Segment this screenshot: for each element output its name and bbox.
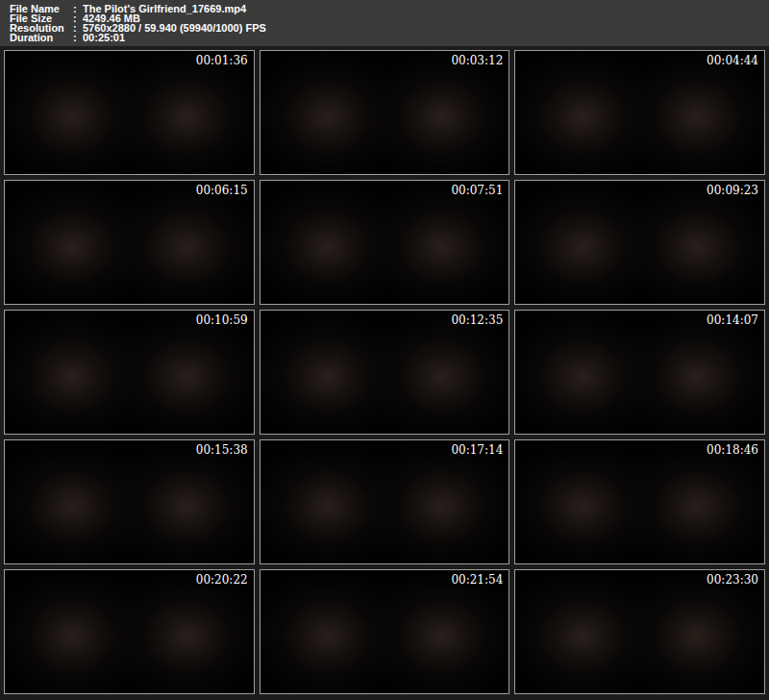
thumbnail-cell: 00:09:23 <box>514 180 765 305</box>
thumbnail-cell: 00:17:14 <box>260 439 510 564</box>
timestamp-label: 00:04:44 <box>707 54 758 67</box>
thumbnail-cell: 00:20:22 <box>4 569 255 694</box>
thumbnail-cell: 00:18:46 <box>514 439 765 564</box>
timestamp-label: 00:01:36 <box>196 54 248 67</box>
video-frame-placeholder <box>515 311 764 434</box>
video-frame-placeholder <box>515 51 764 174</box>
video-frame-placeholder <box>260 51 509 174</box>
meta-label: Duration <box>10 33 73 42</box>
video-frame-placeholder <box>5 51 254 174</box>
thumbnail-cell: 00:21:54 <box>260 569 510 694</box>
timestamp-label: 00:20:22 <box>196 573 248 587</box>
timestamp-label: 00:21:54 <box>451 573 503 587</box>
thumbnail-cell: 00:01:36 <box>4 50 255 175</box>
thumbnail-cell: 00:15:38 <box>4 439 255 564</box>
timestamp-label: 00:10:59 <box>196 313 248 327</box>
timestamp-label: 00:09:23 <box>707 184 758 197</box>
thumbnail-cell: 00:23:30 <box>514 569 765 694</box>
thumbnail-cell: 00:10:59 <box>4 310 255 435</box>
meta-row-duration: Duration:00:25:01 <box>10 33 769 42</box>
thumbnail-cell: 00:12:35 <box>260 310 510 435</box>
thumbnail-cell: 00:06:15 <box>4 180 255 305</box>
timestamp-label: 00:03:12 <box>451 54 503 67</box>
meta-colon: : <box>73 33 83 42</box>
video-frame-placeholder <box>260 311 509 434</box>
video-frame-placeholder <box>5 570 254 693</box>
thumbnail-grid: 00:01:36 00:03:12 00:04:44 00:06:15 00:0… <box>0 46 769 700</box>
thumbnail-cell: 00:14:07 <box>514 310 765 435</box>
video-frame-placeholder <box>260 440 509 563</box>
timestamp-label: 00:18:46 <box>707 443 758 457</box>
video-frame-placeholder <box>260 570 509 693</box>
video-frame-placeholder <box>515 570 764 693</box>
duration-value: 00:25:01 <box>83 32 125 43</box>
thumbnail-cell: 00:03:12 <box>260 50 510 175</box>
timestamp-label: 00:14:07 <box>707 313 758 327</box>
video-frame-placeholder <box>515 440 764 563</box>
video-frame-placeholder <box>5 181 254 304</box>
timestamp-label: 00:15:38 <box>196 443 248 457</box>
video-frame-placeholder <box>515 181 764 304</box>
video-frame-placeholder <box>260 181 509 304</box>
timestamp-label: 00:17:14 <box>451 443 503 457</box>
thumbnail-cell: 00:07:51 <box>260 180 510 305</box>
timestamp-label: 00:23:30 <box>707 573 758 587</box>
thumbnail-cell: 00:04:44 <box>514 50 765 175</box>
video-frame-placeholder <box>5 440 254 563</box>
video-frame-placeholder <box>5 311 254 434</box>
timestamp-label: 00:06:15 <box>196 184 248 197</box>
file-metadata-header: File Name:The Pilot's Girlfriend_17669.m… <box>0 0 769 46</box>
timestamp-label: 00:07:51 <box>451 184 503 197</box>
timestamp-label: 00:12:35 <box>451 313 503 327</box>
